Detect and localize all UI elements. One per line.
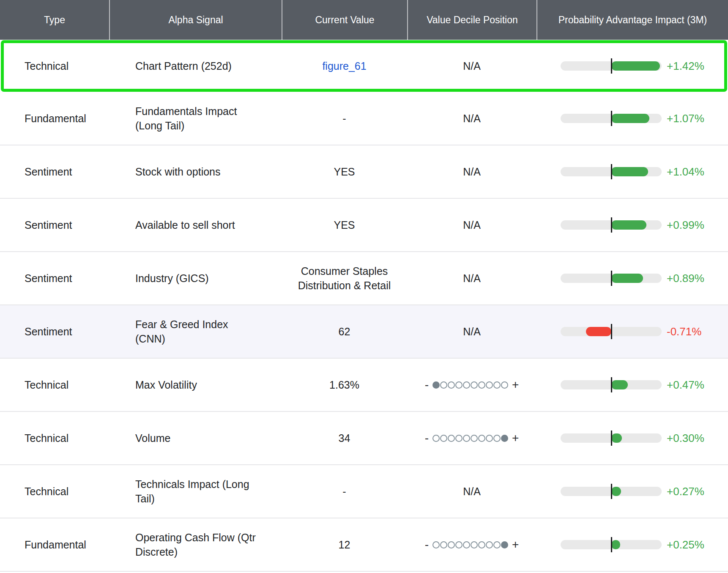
impact-bar-fill <box>586 327 611 336</box>
alpha-signal-cell: Operating Cash Flow (Qtr Discrete) <box>109 530 282 559</box>
current-value-cell: - <box>282 484 407 499</box>
decile-dot <box>493 541 501 548</box>
decile-dot <box>486 541 493 548</box>
impact-bar-center-tick <box>611 484 612 499</box>
current-value: - <box>342 484 346 499</box>
table-row[interactable]: Fundamental Operating Cash Flow (Qtr Dis… <box>0 518 728 572</box>
decile-plus-button[interactable]: + <box>512 539 519 551</box>
type-label: Sentiment <box>25 272 72 284</box>
decile-dot <box>478 541 485 548</box>
decile-dot-filled <box>432 381 440 389</box>
table-row[interactable]: Technical Volume 34 -+ +0.30% <box>0 412 728 465</box>
decile-dot <box>493 435 501 442</box>
impact-bar-track <box>561 114 662 123</box>
impact-bar-track <box>561 167 662 176</box>
current-value: 1.63% <box>329 378 359 392</box>
table-row[interactable]: Fundamental Fundamentals Impact (Long Ta… <box>0 92 728 145</box>
decile-selector: -+ <box>425 539 519 551</box>
decile-dot-filled <box>501 435 508 442</box>
current-value-cell: YES <box>282 164 407 179</box>
impact-bar-track <box>561 433 662 443</box>
current-value-cell: 1.63% <box>282 378 407 392</box>
impact-cell: +1.42% <box>536 60 728 73</box>
table-row[interactable]: Sentiment Available to sell short YES N/… <box>0 199 728 252</box>
decile-dot <box>463 541 470 548</box>
impact-cell: +1.04% <box>536 165 728 178</box>
impact-value-label: +0.27% <box>667 485 704 498</box>
current-value-cell: figure_61 <box>282 59 407 73</box>
value-decile-cell: -+ <box>407 379 536 391</box>
alpha-signal-label: Fundamentals Impact (Long Tail) <box>135 104 260 133</box>
table-row[interactable]: Sentiment Fear & Greed Index (CNN) 62 N/… <box>0 305 728 359</box>
decile-dot <box>455 381 463 389</box>
decile-dot <box>455 541 463 548</box>
impact-bar-fill <box>611 220 646 230</box>
current-value-cell: 34 <box>282 431 407 445</box>
decile-dot <box>478 381 485 389</box>
impact-bar-fill <box>611 487 621 496</box>
decile-na: N/A <box>463 485 481 498</box>
decile-dot <box>440 541 447 548</box>
alpha-signal-cell: Available to sell short <box>109 218 282 232</box>
value-decile-cell: N/A <box>407 166 536 178</box>
decile-dot <box>471 381 478 389</box>
type-label: Fundamental <box>25 539 86 551</box>
impact-value-label: +0.25% <box>667 538 704 551</box>
alpha-signal-label: Stock with options <box>135 164 221 179</box>
decile-na: N/A <box>463 272 481 285</box>
impact-bar-center-tick <box>611 58 612 74</box>
value-decile-cell: N/A <box>407 219 536 231</box>
impact-cell: +0.99% <box>536 219 728 232</box>
value-decile-cell: N/A <box>407 60 536 72</box>
value-decile-cell: N/A <box>407 485 536 498</box>
decile-plus-button[interactable]: + <box>512 379 519 391</box>
current-value-cell: 62 <box>282 324 407 339</box>
decile-dot <box>471 435 478 442</box>
impact-bar-track <box>561 487 662 496</box>
table-row[interactable]: Sentiment Stock with options YES N/A +1.… <box>0 145 728 199</box>
decile-plus-button[interactable]: + <box>512 432 519 444</box>
decile-dot <box>471 541 478 548</box>
alpha-signal-cell: Fear & Greed Index (CNN) <box>109 317 282 346</box>
type-label: Technical <box>25 60 68 72</box>
value-decile-cell: N/A <box>407 326 536 338</box>
decile-dot <box>501 381 508 389</box>
decile-minus-button[interactable]: - <box>425 379 429 391</box>
impact-bar-center-tick <box>611 377 612 392</box>
alpha-signal-label: Max Volatility <box>135 378 197 392</box>
decile-dot <box>486 381 493 389</box>
impact-bar-fill <box>611 433 622 443</box>
decile-na: N/A <box>463 112 481 125</box>
alpha-signal-label: Chart Pattern (252d) <box>135 59 232 73</box>
impact-value-label: +0.89% <box>667 272 704 285</box>
impact-bar-track <box>561 380 662 389</box>
impact-bar-center-tick <box>611 164 612 179</box>
column-header-type: Type <box>0 0 109 40</box>
table-row[interactable]: Technical Chart Pattern (252d) figure_61… <box>0 40 728 92</box>
alpha-signal-cell: Fundamentals Impact (Long Tail) <box>109 104 282 133</box>
impact-cell: +0.25% <box>536 538 728 551</box>
impact-value-label: +0.30% <box>667 432 704 445</box>
value-decile-cell: N/A <box>407 272 536 285</box>
figure-link[interactable]: figure_61 <box>322 59 366 73</box>
impact-bar-center-tick <box>611 271 612 286</box>
impact-bar-track <box>561 220 662 230</box>
table-header-row: Type Alpha Signal Current Value Value De… <box>0 0 728 40</box>
current-value-cell: Consumer Staples Distribution & Retail <box>282 264 407 293</box>
type-cell: Fundamental <box>0 112 109 125</box>
decile-minus-button[interactable]: - <box>425 432 429 444</box>
current-value: - <box>342 111 346 126</box>
type-label: Fundamental <box>25 112 86 124</box>
current-value: YES <box>334 164 355 179</box>
current-value: 12 <box>339 537 350 552</box>
table-row[interactable]: Technical Max Volatility 1.63% -+ +0.47% <box>0 359 728 412</box>
decile-dot <box>432 435 440 442</box>
decile-minus-button[interactable]: - <box>425 539 429 551</box>
table-row[interactable]: Technical Technicals Impact (Long Tail) … <box>0 465 728 518</box>
decile-na: N/A <box>463 166 481 178</box>
current-value: Consumer Staples Distribution & Retail <box>292 264 397 293</box>
table-row[interactable]: Sentiment Industry (GICS) Consumer Stapl… <box>0 252 728 305</box>
impact-bar-track <box>561 540 662 549</box>
type-label: Technical <box>25 379 68 391</box>
alpha-signal-cell: Industry (GICS) <box>109 271 282 285</box>
